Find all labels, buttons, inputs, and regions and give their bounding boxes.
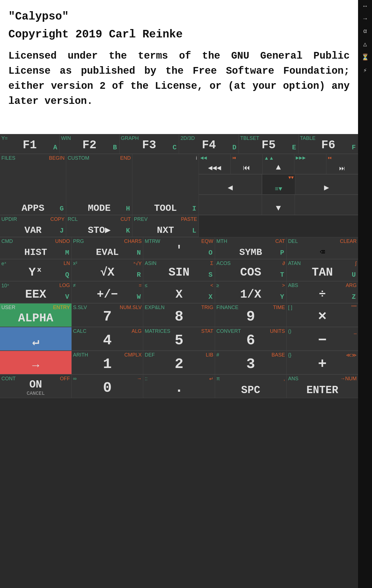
key-3[interactable]: # BASE 3 [215, 351, 287, 374]
key-f4-top: 2D/3D [180, 135, 195, 141]
key-f1[interactable]: Y= F1 A [0, 134, 60, 154]
key-neg[interactable]: ≠ = +/− W [72, 281, 144, 303]
key-div[interactable]: ABS ARG ÷ Z [287, 281, 358, 303]
key-0[interactable]: ∞ → 0 [72, 375, 144, 398]
key-right[interactable] [295, 175, 358, 195]
key-9-top-r: TIME [273, 305, 285, 310]
nav-row2: ≡▼ ▼▼ [199, 175, 358, 195]
side-icon-1[interactable]: ↔ [363, 3, 367, 10]
key-9[interactable]: FINANCE TIME 9 [215, 303, 287, 327]
key-spc-label: SPC [241, 384, 260, 396]
side-icon-bolt[interactable]: ⚡ [363, 67, 367, 74]
key-sto-label: STO▶ [88, 226, 111, 235]
key-8-label: 8 [175, 309, 183, 325]
key-yx[interactable]: eˣ LN Yˣ Q [0, 259, 72, 281]
key-down[interactable] [262, 195, 295, 215]
key-8[interactable]: EXP&LN TRIG 8 [143, 303, 215, 327]
key-cos[interactable]: ACOS ∂ COS T [215, 259, 287, 281]
key-spc[interactable]: π , SPC [215, 375, 287, 398]
key-sin[interactable]: ASIN Σ SIN S [143, 259, 215, 281]
key-shift[interactable]: → [0, 351, 72, 374]
key-eval[interactable]: PRG CHARS EVAL N [72, 237, 144, 259]
key-nxt[interactable]: PREV PASTE NXT L [132, 215, 199, 237]
key-nav-skip-left2[interactable]: ⏮ ⏮ [231, 154, 263, 174]
key-f5[interactable]: TBLSET F5 E [239, 134, 299, 154]
key-inv[interactable]: ≥ > 1/X Y [215, 281, 287, 303]
keyboard: Y= F1 A WIN F2 B GRAPH F3 C [0, 134, 358, 588]
key-nav-skip-right[interactable]: ▶▶▶ [294, 154, 326, 174]
side-icon-2[interactable]: → [363, 15, 367, 22]
key-left[interactable] [199, 175, 262, 195]
key-alpha[interactable]: USER ENTRY ALPHA [0, 303, 72, 327]
key-inv-top-r: > [282, 283, 285, 288]
key-mul[interactable]: [ ] """ × [287, 303, 358, 327]
key-f6-alpha: F [352, 144, 356, 151]
key-enter[interactable]: ANS →NUM ENTER [287, 375, 358, 398]
key-tick[interactable]: MTRW EQW ' O [143, 237, 215, 259]
key-nav-dn-marker[interactable]: ≡▼ ▼▼ [262, 175, 295, 195]
key-7[interactable]: S.SLV NUM.SLV 7 [72, 303, 144, 327]
key-2[interactable]: DEF LIB 2 [143, 351, 215, 374]
key-sub-top-r: _ [354, 328, 357, 334]
key-sin-top-r: Σ [210, 260, 213, 266]
key-6[interactable]: CONVERT UNITS 6 [215, 327, 287, 351]
key-f4[interactable]: 2D/3D F4 D [179, 134, 239, 154]
key-sto-top-r: CUT [120, 216, 131, 222]
key-apps[interactable]: FILES BEGIN APPS G [0, 154, 66, 215]
key-sqrt[interactable]: x² ˣ√Y √X R [72, 259, 144, 281]
key-sub[interactable]: () _ − [287, 327, 358, 351]
key-tool-label: TOOL [154, 204, 177, 213]
key-sto-alpha: K [126, 227, 130, 235]
key-on[interactable]: CONT OFF ON CANCEL [0, 375, 72, 398]
key-mode[interactable]: CUSTOM END MODE H [66, 154, 132, 215]
key-tool[interactable]: i TOOL I [132, 154, 199, 215]
key-nav-skip-l2-icon: ⏮ [243, 163, 250, 172]
var-row: UPDIR COPY VAR J RCL CUT STO▶ K PREV PAS… [0, 215, 358, 237]
key-up-top: ▲▲ [264, 155, 274, 161]
key-tan[interactable]: ATAN ∫ TAN U [287, 259, 358, 281]
key-eex[interactable]: 10ˣ LOG EEX V [0, 281, 72, 303]
key-symb-label: SYMB [239, 248, 262, 257]
key-spc-top-r: , [283, 376, 285, 382]
key-left-icon [228, 182, 233, 193]
key-f2[interactable]: WIN F2 B [60, 134, 120, 154]
key-hist-alpha: M [65, 249, 69, 257]
key-x[interactable]: ≤ < X X [143, 281, 215, 303]
key-hist[interactable]: CMD UNDO HIST M [0, 237, 72, 259]
key-nav-end-right[interactable]: ⏭ ⏭ [326, 154, 358, 174]
key-1[interactable]: ARITH CMPLX 1 [72, 351, 144, 374]
key-sin-top-l: ASIN [145, 260, 156, 266]
key-1-label: 1 [103, 356, 112, 372]
key-6-top-l: CONVERT [216, 328, 241, 334]
key-f5-label: F5 [262, 138, 276, 152]
key-eval-label: EVAL [96, 248, 119, 257]
key-sto[interactable]: RCL CUT STO▶ K [66, 215, 132, 237]
side-icon-alpha[interactable]: α [363, 28, 367, 35]
key-sub-label: − [318, 332, 327, 349]
key-symb[interactable]: MTH CAT SYMB P [215, 237, 287, 259]
key-5[interactable]: MATRICES STAT 5 [143, 327, 215, 351]
key-up[interactable]: ▲▲ [263, 154, 294, 174]
key-nxt-top-r: PASTE [181, 216, 197, 222]
key-back[interactable]: ↵ [0, 327, 72, 351]
display-title2: Copyright 2019 Carl Reinke [8, 26, 350, 43]
side-icon-hourglass[interactable]: ⏳ [361, 54, 369, 61]
key-add[interactable]: {} ≪≫ + [287, 351, 358, 374]
key-dot[interactable]: :: ↵ . [143, 375, 215, 398]
key-f6[interactable]: TABLE F6 F [299, 134, 358, 154]
key-4[interactable]: CALC ALG 4 [72, 327, 144, 351]
key-var[interactable]: UPDIR COPY VAR J [0, 215, 66, 237]
key-on-sub: CANCEL [27, 391, 45, 396]
key-eex-top-r: LOG [59, 283, 70, 288]
nav-row1: ◀◀ ◀◀◀ ⏮ ⏮ ▲▲ ▶▶▶ ⏭ [199, 154, 358, 175]
key-f5-alpha: E [292, 144, 296, 151]
key-nav-skip-left[interactable]: ◀◀ ◀◀◀ [199, 154, 231, 174]
key-3-label: 3 [246, 356, 255, 372]
key-mode-label: MODE [88, 204, 111, 213]
key-mul-top-r: """ [351, 305, 357, 310]
key-eval-alpha: N [137, 249, 141, 257]
eex-row: 10ˣ LOG EEX V ≠ = +/− W ≤ < X [0, 281, 358, 303]
key-del[interactable]: DEL CLEAR ⌫ [287, 237, 358, 259]
key-f3[interactable]: GRAPH F3 C [120, 134, 179, 154]
side-icon-triangle[interactable]: △ [363, 40, 367, 48]
